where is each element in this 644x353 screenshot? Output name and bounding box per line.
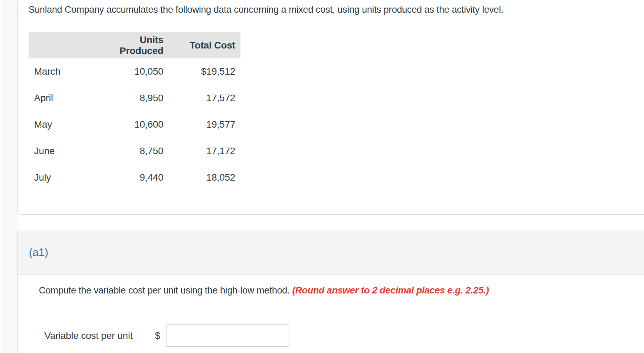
answer-panel: (a1) Compute the variable cost per unit … bbox=[17, 230, 644, 353]
answer-row: Variable cost per unit $ bbox=[44, 324, 289, 347]
left-gutter bbox=[1, 0, 18, 353]
instruction-line: Compute the variable cost per unit using… bbox=[39, 285, 631, 296]
units-produced-header: Units Produced bbox=[97, 32, 163, 58]
table-row: April 8,950 17,572 bbox=[29, 85, 240, 111]
table-row: May 10,600 19,577 bbox=[29, 111, 240, 138]
units-cell: 8,750 bbox=[97, 138, 163, 164]
cost-cell: 17,572 bbox=[163, 85, 240, 111]
cost-cell: 17,172 bbox=[163, 138, 240, 164]
month-cell: June bbox=[29, 138, 97, 164]
variable-cost-input[interactable] bbox=[166, 324, 289, 347]
units-cell: 9,440 bbox=[97, 164, 163, 191]
month-cell: March bbox=[29, 58, 97, 85]
variable-cost-label: Variable cost per unit bbox=[44, 330, 133, 341]
table-row: March 10,050 $19,512 bbox=[29, 58, 240, 85]
section-label-a1: (a1) bbox=[29, 246, 48, 259]
question-panel: Sunland Company accumulates the followin… bbox=[17, 0, 644, 215]
table-header-row: Units Produced Total Cost bbox=[29, 32, 240, 58]
intro-text: Sunland Company accumulates the followin… bbox=[29, 4, 627, 15]
table-row: July 9,440 18,052 bbox=[29, 164, 240, 191]
blank-header-cell bbox=[29, 32, 97, 58]
table-row: June 8,750 17,172 bbox=[29, 138, 240, 164]
total-cost-header: Total Cost bbox=[163, 32, 240, 58]
cost-cell: 18,052 bbox=[163, 164, 240, 191]
units-cell: 10,050 bbox=[97, 58, 163, 85]
units-cell: 8,950 bbox=[97, 85, 163, 111]
rounding-note: (Round answer to 2 decimal places e.g. 2… bbox=[292, 285, 489, 296]
answer-panel-header: (a1) bbox=[18, 230, 644, 275]
mixed-cost-table: Units Produced Total Cost March 10,050 $… bbox=[29, 32, 240, 191]
month-cell: July bbox=[29, 164, 97, 191]
instruction-text: Compute the variable cost per unit using… bbox=[39, 285, 292, 296]
cost-cell: 19,577 bbox=[163, 111, 240, 138]
cost-cell: $19,512 bbox=[163, 58, 240, 85]
month-cell: May bbox=[29, 111, 97, 138]
units-cell: 10,600 bbox=[97, 111, 163, 138]
month-cell: April bbox=[29, 85, 97, 111]
currency-symbol: $ bbox=[155, 330, 161, 341]
